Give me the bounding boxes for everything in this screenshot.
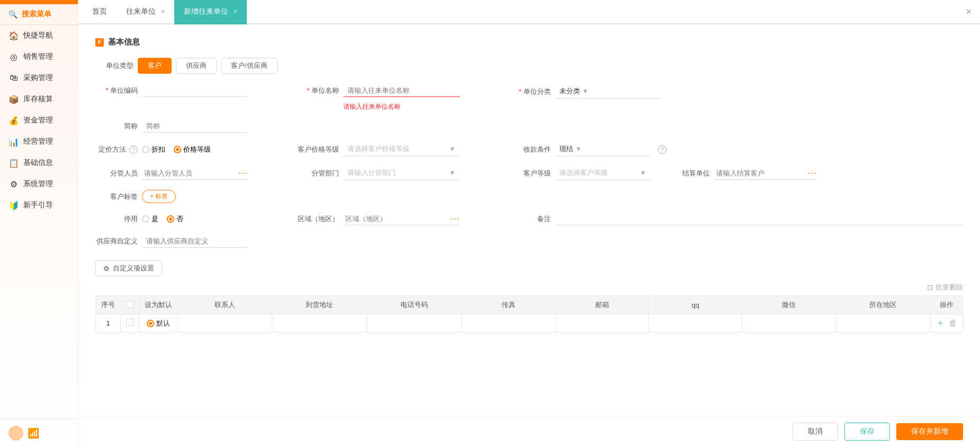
disabled-label: 停用 <box>95 214 138 224</box>
tab-new-trading-unit[interactable]: 新增往来单位 × <box>174 0 247 24</box>
fax-input[interactable] <box>467 319 550 327</box>
sidebar-item-inventory[interactable]: 📦 库存核算 <box>0 89 78 110</box>
sidebar-footer: 📶 <box>0 419 78 447</box>
row-wechat[interactable] <box>742 314 836 332</box>
row-contact[interactable] <box>178 314 272 332</box>
yes-radio[interactable] <box>142 215 149 223</box>
disabled-radio-no[interactable]: 否 <box>167 214 183 224</box>
phone-input[interactable] <box>372 319 456 327</box>
remark-input[interactable] <box>555 213 963 225</box>
row-fax[interactable] <box>461 314 555 332</box>
row-default-radio[interactable] <box>147 320 154 327</box>
region-table-input[interactable] <box>841 319 925 327</box>
batch-delete-area: ⊡ 批量删除 <box>95 283 963 292</box>
no-radio[interactable] <box>167 215 174 223</box>
avatar <box>8 426 23 441</box>
supplier-custom-input[interactable] <box>142 235 248 248</box>
row-region[interactable] <box>835 314 930 332</box>
customer-price-level-select[interactable]: 请选择客户价格等级 ▼ <box>343 142 460 156</box>
col-email: 邮箱 <box>555 296 649 314</box>
row-checkbox-input[interactable] <box>126 319 133 326</box>
settlement-unit-label: 结算单位 <box>667 169 710 178</box>
dept-select[interactable]: 请输入分管部门 ▼ <box>343 166 460 180</box>
payment-help-icon[interactable]: ? <box>658 145 666 154</box>
unit-category-select[interactable]: 未分类 ▼ <box>555 84 661 99</box>
tag-add-button[interactable]: + 标签 <box>142 190 176 203</box>
price-level-radio[interactable] <box>174 146 181 153</box>
region-label: 区域（地区） <box>297 214 339 224</box>
wechat-input[interactable] <box>747 319 830 327</box>
type-btn-supplier[interactable]: 供应商 <box>176 58 217 74</box>
discount-radio[interactable] <box>142 146 149 153</box>
tab-home[interactable]: 首页 <box>83 0 117 24</box>
sidebar-item-guide[interactable]: 🔰 新手引导 <box>0 195 78 216</box>
row-email[interactable] <box>555 314 649 332</box>
sidebar-item-quick-nav[interactable]: 🏠 快捷导航 <box>0 25 78 46</box>
tab-new-trading-unit-close[interactable]: × <box>234 8 237 15</box>
disabled-radio-yes[interactable]: 是 <box>142 214 158 224</box>
unit-code-input[interactable]: 000009 <box>142 84 248 97</box>
sidebar-item-system[interactable]: ⚙ 系统管理 <box>0 173 78 195</box>
customer-price-level-label: 客户价格等级 <box>297 145 339 154</box>
purchase-icon: 🛍 <box>8 73 19 83</box>
pricing-help-icon[interactable]: ? <box>129 145 138 154</box>
customer-level-select[interactable]: 请选择客户等级 ▼ <box>555 166 651 180</box>
abbr-input[interactable] <box>142 120 248 133</box>
row-checkbox <box>121 314 139 332</box>
batch-delete-label[interactable]: 批量删除 <box>936 283 963 292</box>
row-address[interactable] <box>272 314 367 332</box>
type-btn-customer[interactable]: 客户 <box>138 58 172 74</box>
sidebar-item-operations[interactable]: 📊 经营管理 <box>0 131 78 152</box>
save-new-button[interactable]: 保存并新增 <box>896 423 963 440</box>
save-button[interactable]: 保存 <box>844 423 890 441</box>
abbr-group: 简称 <box>95 120 275 133</box>
sidebar-search[interactable]: 🔍 搜索菜单 <box>0 4 78 25</box>
row-qq[interactable] <box>649 314 742 332</box>
unit-name-group: 单位名称 请输入往来单位名称 <box>297 84 487 111</box>
sidebar-item-label: 销售管理 <box>23 52 53 62</box>
pricing-radio-group: 折扣 价格等级 <box>142 145 211 154</box>
row-add-icon[interactable]: ＋ <box>936 318 945 329</box>
sales-icon: ◎ <box>8 51 19 62</box>
sidebar-item-sales[interactable]: ◎ 销售管理 <box>0 46 78 67</box>
email-input[interactable] <box>561 319 644 327</box>
tab-trading-units-close[interactable]: × <box>161 8 165 15</box>
section-basic-info: F 基本信息 <box>95 37 963 47</box>
type-btn-both[interactable]: 客户/供应商 <box>221 58 278 74</box>
contact-input[interactable] <box>183 319 266 327</box>
row-phone[interactable] <box>367 314 461 332</box>
sidebar-item-label: 快捷导航 <box>23 31 53 40</box>
manager-input[interactable] <box>142 167 238 179</box>
settlement-unit-input[interactable] <box>714 167 807 179</box>
sidebar-item-basic[interactable]: 📋 基础信息 <box>0 152 78 173</box>
pricing-radio-discount[interactable]: 折扣 <box>142 145 165 154</box>
action-bar: 取消 保存 保存并新增 <box>78 416 980 447</box>
col-contact: 联系人 <box>178 296 272 314</box>
payment-terms-select[interactable]: 现结 ▼ <box>555 142 651 156</box>
pricing-radio-price-level[interactable]: 价格等级 <box>174 145 211 154</box>
sidebar-item-purchase[interactable]: 🛍 采购管理 <box>0 67 78 89</box>
customer-tag-label: 客户标签 <box>95 192 138 201</box>
col-region: 所在地区 <box>835 296 930 314</box>
unit-category-group: 单位分类 未分类 ▼ <box>509 84 661 99</box>
sidebar-item-finance[interactable]: 💰 资金管理 <box>0 110 78 131</box>
region-group: 区域（地区） ··· <box>297 213 487 225</box>
settlement-dots-icon[interactable]: ··· <box>807 168 817 179</box>
cancel-button[interactable]: 取消 <box>792 423 838 441</box>
col-wechat: 微信 <box>742 296 836 314</box>
main-area: 首页 往来单位 × 新增往来单位 × × F 基本信息 单位类型 客户 供应商 … <box>78 0 980 447</box>
disabled-group: 停用 是 否 <box>95 214 275 224</box>
custom-settings-button[interactable]: ⚙ 自定义项设置 <box>95 260 162 276</box>
abbr-row: 简称 <box>95 120 963 133</box>
region-dots-icon[interactable]: ··· <box>450 213 460 224</box>
header-checkbox[interactable] <box>126 301 133 308</box>
region-input[interactable] <box>343 213 450 225</box>
address-input[interactable] <box>278 319 361 327</box>
row-delete-icon[interactable]: 🗑 <box>949 319 957 328</box>
batch-delete-icon: ⊡ <box>927 283 933 292</box>
unit-name-input[interactable] <box>343 84 460 97</box>
manager-dots-icon[interactable]: ··· <box>238 168 248 179</box>
qq-input[interactable] <box>654 319 736 327</box>
window-close-icon[interactable]: × <box>966 6 972 17</box>
tab-trading-units[interactable]: 往来单位 × <box>117 0 174 24</box>
